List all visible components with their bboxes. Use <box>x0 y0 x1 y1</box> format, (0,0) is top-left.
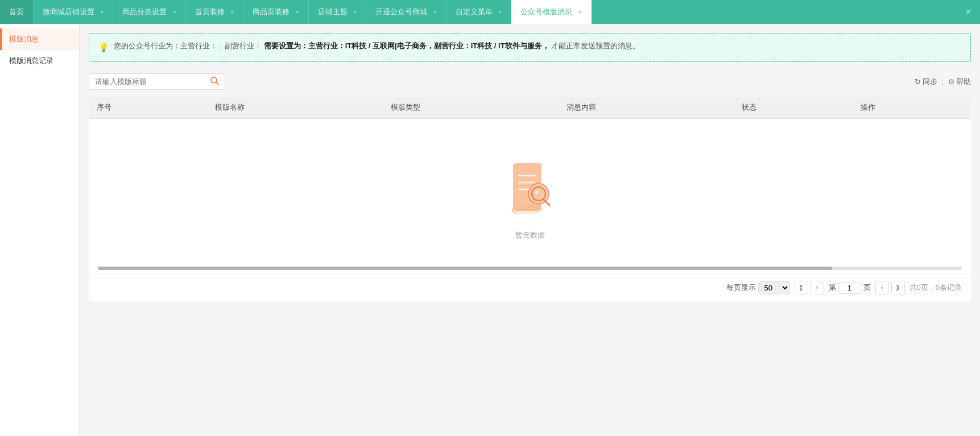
svg-point-9 <box>535 190 539 194</box>
col-seq: 序号 <box>89 97 207 119</box>
page-size-label: 每页显示 <box>726 283 756 293</box>
tab-home-label: 首页 <box>9 7 24 17</box>
pagination: 每页显示 10 20 50 100 ⟪ ‹ <box>89 273 971 301</box>
sync-label: 同步 <box>923 77 937 87</box>
sidebar-item-template-msg[interactable]: 模版消息 <box>0 28 79 50</box>
page-unit-label: 页 <box>863 283 871 293</box>
page-input: 第 页 <box>829 282 871 294</box>
sidebar-item-template-msg-label: 模版消息 <box>9 35 39 43</box>
next-page-btn[interactable]: › <box>875 281 889 294</box>
scrollbar-track[interactable] <box>98 267 962 270</box>
search-input-wrap <box>89 73 225 90</box>
scrollbar-thumb <box>98 267 832 270</box>
tab-template-msg-close[interactable]: × <box>578 9 581 15</box>
help-label: 帮助 <box>956 77 971 87</box>
tab-category-label: 商品分类设置 <box>122 7 167 17</box>
empty-state: 暂无数据 <box>89 119 971 263</box>
notice-prefix: 您的公众号行业为：主营行业：，副营行业： <box>114 41 262 50</box>
table-header-row: 序号 模版名称 模版类型 消息内容 状态 操作 <box>89 97 971 119</box>
tab-template-msg[interactable]: 公众号模版消息 × <box>511 0 591 24</box>
prev-page-icon: ‹ <box>816 284 818 292</box>
first-page-icon: ⟪ <box>799 284 803 292</box>
search-bar: ↻ 同步 | ⊙ 帮助 <box>89 73 971 90</box>
tab-category[interactable]: 商品分类设置 × <box>113 0 185 24</box>
tab-custom-menu[interactable]: 自定义菜单 × <box>446 0 511 24</box>
tab-close-all-btn[interactable]: × <box>957 0 980 24</box>
page-nav: ⟪ ‹ <box>795 281 824 294</box>
notice-text: 您的公众号行业为：主营行业：，副营行业： 需要设置为：主营行业：IT科技 / 互… <box>114 40 640 52</box>
total-info: 共0页，0条记录 <box>909 283 962 293</box>
toolbar-right: ↻ 同步 | ⊙ 帮助 <box>915 77 971 87</box>
page-size-dropdown[interactable]: 10 20 50 100 <box>758 281 790 294</box>
notice-highlight: 需要设置为：主营行业：IT科技 / 互联网|电子商务，副营行业：IT科技 / I… <box>264 41 549 50</box>
tab-open-mall[interactable]: 开通公众号商城 × <box>366 0 446 24</box>
col-status: 状态 <box>734 97 852 119</box>
tab-home[interactable]: 首页 <box>0 0 34 24</box>
data-table: 序号 模版名称 模版类型 消息内容 状态 操作 <box>89 97 971 119</box>
col-action: 操作 <box>853 97 971 119</box>
search-input[interactable] <box>89 74 205 89</box>
tab-store-theme[interactable]: 店铺主题 × <box>309 0 366 24</box>
sync-button[interactable]: ↻ 同步 <box>915 77 937 87</box>
tab-bar: 首页 微商城店铺设置 × 商品分类设置 × 首页装修 × 商品页装修 × 店铺主… <box>0 0 980 24</box>
scrollbar-area <box>89 263 971 273</box>
table-wrapper: 序号 模版名称 模版类型 消息内容 状态 操作 <box>89 97 971 301</box>
tab-custom-menu-close[interactable]: × <box>498 9 502 15</box>
last-page-btn[interactable]: ⟫ <box>891 281 905 294</box>
tab-open-mall-close[interactable]: × <box>433 9 436 15</box>
tab-product-decor-close[interactable]: × <box>295 9 299 15</box>
tab-template-msg-label: 公众号模版消息 <box>520 7 572 17</box>
col-content: 消息内容 <box>559 97 734 119</box>
page-label: 第 <box>829 283 836 293</box>
empty-icon <box>496 153 564 221</box>
content-area: 💡 您的公众号行业为：主营行业：，副营行业： 需要设置为：主营行业：IT科技 /… <box>80 24 980 436</box>
last-page-icon: ⟫ <box>896 284 900 292</box>
sidebar: 模版消息 模版消息记录 <box>0 24 80 436</box>
help-button[interactable]: ⊙ 帮助 <box>948 77 971 87</box>
main-layout: 模版消息 模版消息记录 💡 您的公众号行业为：主营行业：，副营行业： 需要设置为… <box>0 24 980 436</box>
tab-wechat-shop[interactable]: 微商城店铺设置 × <box>34 0 113 24</box>
help-icon: ⊙ <box>948 77 954 86</box>
empty-text: 暂无数据 <box>89 230 971 240</box>
tab-wechat-shop-label: 微商城店铺设置 <box>43 7 94 17</box>
tab-home-decor[interactable]: 首页装修 × <box>186 0 243 24</box>
tab-custom-menu-label: 自定义菜单 <box>456 7 493 17</box>
col-name: 模版名称 <box>207 97 383 119</box>
notice-suffix: 才能正常发送预置的消息。 <box>551 41 640 50</box>
tab-open-mall-label: 开通公众号商城 <box>375 7 427 17</box>
page-nav-next: › ⟫ <box>875 281 905 294</box>
prev-page-btn[interactable]: ‹ <box>811 281 824 294</box>
col-type: 模版类型 <box>383 97 559 119</box>
tab-store-theme-label: 店铺主题 <box>318 7 348 17</box>
tab-product-decor-label: 商品页装修 <box>253 7 290 17</box>
tab-wechat-shop-close[interactable]: × <box>100 9 104 15</box>
toolbar-divider: | <box>942 77 944 86</box>
tab-home-decor-close[interactable]: × <box>230 9 234 15</box>
tab-product-decor[interactable]: 商品页装修 × <box>243 0 308 24</box>
search-button[interactable] <box>205 77 225 87</box>
next-page-icon: › <box>881 284 883 292</box>
sidebar-item-template-msg-record-label: 模版消息记录 <box>9 56 53 65</box>
tab-category-close[interactable]: × <box>172 9 176 15</box>
sidebar-item-template-msg-record[interactable]: 模版消息记录 <box>0 50 79 72</box>
notice-box: 💡 您的公众号行业为：主营行业：，副营行业： 需要设置为：主营行业：IT科技 /… <box>89 33 971 62</box>
page-size-select: 每页显示 10 20 50 100 <box>726 281 790 294</box>
bulb-icon: 💡 <box>98 41 109 55</box>
tab-home-decor-label: 首页装修 <box>195 7 225 17</box>
page-number-input[interactable] <box>838 282 861 294</box>
first-page-btn[interactable]: ⟪ <box>795 281 808 294</box>
svg-line-1 <box>216 82 218 85</box>
tab-store-theme-close[interactable]: × <box>353 9 357 15</box>
sync-icon: ↻ <box>915 77 921 86</box>
